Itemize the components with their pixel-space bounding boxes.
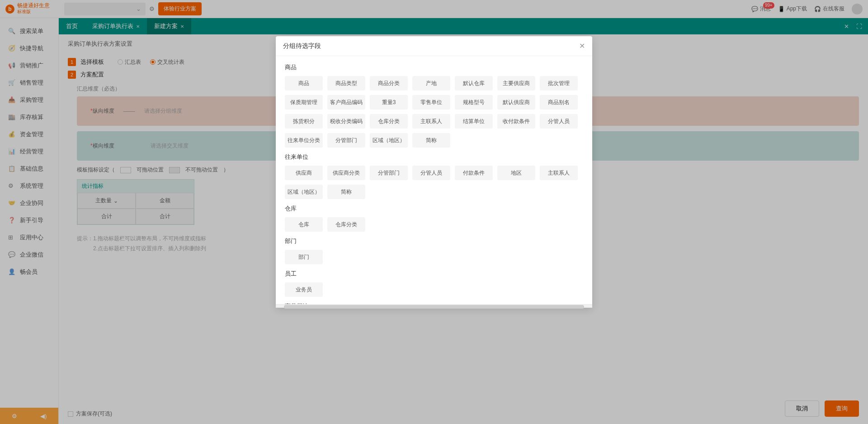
field-chip[interactable]: 零售单位 (412, 95, 450, 110)
field-chip[interactable]: 简称 (412, 133, 450, 148)
field-grid: 供应商供应商分类分管部门分管人员付款条件地区主联系人区域（地区）简称 (285, 166, 583, 199)
field-chip[interactable]: 拣货积分 (285, 114, 323, 129)
modal-overlay[interactable]: 分组待选字段 ✕ 商品商品商品类型商品分类产地默认仓库主要供应商批次管理保质期管… (0, 0, 868, 424)
field-chip[interactable]: 往来单位分类 (285, 133, 323, 148)
field-chip[interactable]: 批次管理 (540, 76, 578, 91)
close-icon[interactable]: ✕ (579, 42, 585, 50)
field-chip[interactable]: 主联系人 (540, 166, 578, 180)
field-chip[interactable]: 商品别名 (540, 95, 578, 110)
field-chip[interactable]: 仓库分类 (370, 114, 408, 129)
field-chip[interactable]: 仓库 (285, 217, 323, 232)
field-chip[interactable]: 仓库分类 (327, 217, 365, 232)
field-grid: 部门 (285, 250, 583, 264)
field-chip[interactable]: 默认供应商 (497, 95, 535, 110)
field-chip[interactable]: 商品分类 (370, 76, 408, 91)
field-group-title: 仓库 (285, 205, 583, 213)
field-group-title: 往来单位 (285, 153, 583, 161)
field-chip[interactable]: 收付款条件 (497, 114, 535, 129)
field-chip[interactable]: 分管部门 (327, 133, 365, 148)
modal-header: 分组待选字段 ✕ (276, 36, 592, 56)
field-chip[interactable]: 主联系人 (412, 114, 450, 129)
modal-hscroll[interactable] (276, 304, 592, 308)
field-chip[interactable]: 供应商分类 (327, 166, 365, 180)
field-chip[interactable]: 供应商 (285, 166, 323, 180)
field-chip[interactable]: 规格型号 (455, 95, 493, 110)
field-chip[interactable]: 保质期管理 (285, 95, 323, 110)
field-chip[interactable]: 部门 (285, 250, 323, 264)
field-chip[interactable]: 重量3 (370, 95, 408, 110)
modal-title: 分组待选字段 (283, 42, 321, 50)
field-chip[interactable]: 分管部门 (370, 166, 408, 180)
field-chip[interactable]: 客户商品编码 (327, 95, 365, 110)
field-chip[interactable]: 区域（地区） (370, 133, 408, 148)
field-grid: 业务员 (285, 282, 583, 297)
field-chip[interactable]: 付款条件 (455, 166, 493, 180)
field-chip[interactable]: 业务员 (285, 282, 323, 297)
field-chip[interactable]: 分管人员 (540, 114, 578, 129)
field-grid: 仓库仓库分类 (285, 217, 583, 232)
field-chip[interactable]: 商品 (285, 76, 323, 91)
field-chip[interactable]: 区域（地区） (285, 185, 323, 199)
field-chip[interactable]: 默认仓库 (455, 76, 493, 91)
modal-body[interactable]: 商品商品商品类型商品分类产地默认仓库主要供应商批次管理保质期管理客户商品编码重量… (276, 56, 592, 304)
field-chip[interactable]: 商品类型 (327, 76, 365, 91)
field-chip[interactable]: 简称 (327, 185, 365, 199)
field-chip[interactable]: 分管人员 (412, 166, 450, 180)
field-group-title: 商品 (285, 63, 583, 71)
field-group-title: 部门 (285, 237, 583, 245)
field-chip[interactable]: 主要供应商 (497, 76, 535, 91)
field-chip[interactable]: 结算单位 (455, 114, 493, 129)
field-group-title: 员工 (285, 270, 583, 278)
field-chip[interactable]: 产地 (412, 76, 450, 91)
field-chip[interactable]: 税收分类编码 (327, 114, 365, 129)
field-selector-modal: 分组待选字段 ✕ 商品商品商品类型商品分类产地默认仓库主要供应商批次管理保质期管… (276, 36, 592, 308)
field-chip[interactable]: 地区 (497, 166, 535, 180)
field-grid: 商品商品类型商品分类产地默认仓库主要供应商批次管理保质期管理客户商品编码重量3零… (285, 76, 583, 148)
